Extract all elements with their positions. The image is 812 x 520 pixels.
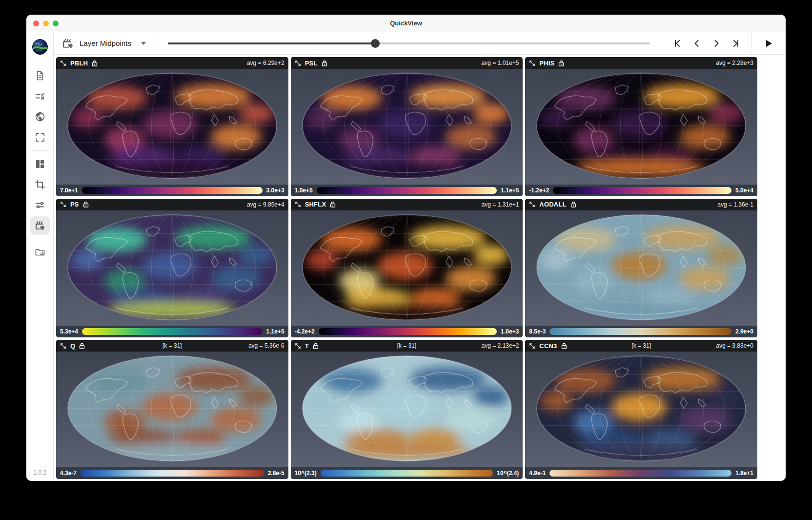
lock-icon[interactable] bbox=[561, 343, 567, 349]
lock-icon[interactable] bbox=[79, 343, 85, 349]
map-canvas[interactable] bbox=[525, 352, 757, 467]
layer-mode-label: Layer Midpoints bbox=[80, 39, 131, 47]
frame-slider[interactable] bbox=[156, 32, 662, 54]
tune-icon bbox=[35, 200, 45, 210]
window-title: QuickView bbox=[26, 15, 786, 32]
map-panel: PBLH avg = 6.29e+2 7.0e+1 3.0e+3 bbox=[56, 57, 288, 196]
map-canvas[interactable] bbox=[56, 69, 288, 185]
expand-panel-icon[interactable] bbox=[295, 60, 301, 66]
panel-colorbar-gradient bbox=[549, 328, 731, 335]
colorbar-max-value: 2.8e-5 bbox=[268, 470, 284, 477]
lock-icon[interactable] bbox=[558, 60, 564, 66]
colorbar-min-value: -4.2e+2 bbox=[295, 328, 315, 335]
panel-header: PSL avg = 1.01e+5 bbox=[291, 57, 523, 69]
lock-icon[interactable] bbox=[570, 201, 576, 208]
expand-panel-icon[interactable] bbox=[529, 201, 535, 208]
expand-panel-icon[interactable] bbox=[60, 343, 66, 349]
sidebar-item-file-document[interactable] bbox=[30, 66, 50, 85]
skip-to-start-button[interactable] bbox=[669, 35, 686, 52]
map-panel: PS avg = 9.85e+4 5.3e+4 1.1e+5 bbox=[56, 199, 288, 338]
skip-to-end-button[interactable] bbox=[728, 35, 744, 52]
map-canvas[interactable] bbox=[525, 69, 757, 185]
panel-colorbar-gradient bbox=[549, 470, 731, 477]
panel-colorbar: 5.3e+4 1.1e+5 bbox=[56, 326, 288, 337]
sidebar-item-crop[interactable] bbox=[30, 175, 50, 194]
panel-title: PSL bbox=[305, 60, 318, 67]
map-canvas[interactable] bbox=[291, 210, 523, 326]
panel-colorbar: 10^(2.3) 10^(2.4) bbox=[291, 467, 523, 479]
panel-title: CCN3 bbox=[539, 342, 557, 350]
expand-panel-icon[interactable] bbox=[295, 343, 301, 349]
panel-colorbar-gradient bbox=[81, 470, 264, 477]
sidebar-divider bbox=[31, 150, 49, 151]
map-panel: PHIS avg = 2.28e+3 -1.2e+2 5.0e+4 bbox=[525, 57, 757, 196]
layer-mode-dropdown[interactable]: Layer Midpoints bbox=[54, 32, 156, 54]
expand-panel-icon[interactable] bbox=[529, 60, 535, 66]
sidebar-item-tune[interactable] bbox=[30, 196, 50, 214]
panel-level-label: [k = 31] bbox=[397, 342, 417, 349]
panel-level-label: [k = 31] bbox=[162, 342, 182, 349]
panel-average-value: avg = 1.01e+5 bbox=[482, 60, 519, 66]
next-frame-button[interactable] bbox=[708, 35, 725, 52]
lock-icon[interactable] bbox=[83, 201, 89, 208]
lock-icon[interactable] bbox=[322, 60, 327, 66]
skip-to-start-icon bbox=[672, 39, 682, 48]
sidebar-item-fullscreen[interactable] bbox=[30, 128, 50, 146]
panel-colorbar: -4.2e+2 1.0e+3 bbox=[291, 326, 523, 337]
sidebar-item-layout-dashboard[interactable] bbox=[30, 155, 50, 173]
map-canvas[interactable] bbox=[525, 210, 757, 326]
expand-panel-icon[interactable] bbox=[529, 343, 535, 349]
panel-average-value: avg = 1.36e-1 bbox=[717, 201, 753, 208]
panel-colorbar-gradient bbox=[317, 187, 497, 194]
app-version: 1.0.2 bbox=[33, 469, 46, 476]
panel-average-value: avg = 9.85e+4 bbox=[247, 201, 284, 208]
panel-title: T bbox=[305, 342, 309, 350]
animation-settings-icon bbox=[62, 38, 74, 49]
map-panel: PSL avg = 1.01e+5 1.0e+5 1.1e+5 bbox=[291, 57, 523, 196]
colorbar-max-value: 10^(2.4) bbox=[497, 470, 519, 477]
earth-logo bbox=[32, 39, 48, 55]
panel-colorbar-gradient bbox=[553, 187, 731, 194]
sidebar-item-checklist[interactable] bbox=[30, 87, 50, 105]
lock-icon[interactable] bbox=[92, 60, 98, 66]
app-window: QuickView bbox=[26, 15, 786, 481]
slider-thumb[interactable] bbox=[371, 39, 380, 48]
map-canvas[interactable] bbox=[56, 352, 288, 467]
panel-title: AODALL bbox=[539, 201, 566, 208]
panel-header: PBLH avg = 6.29e+2 bbox=[56, 57, 288, 69]
sidebar-item-globe[interactable] bbox=[30, 107, 50, 126]
panel-header: PHIS avg = 2.28e+3 bbox=[525, 57, 757, 69]
map-panel: AODALL avg = 1.36e-1 8.5e-3 2.9e+0 bbox=[525, 199, 757, 338]
sidebar-item-folder-sync[interactable] bbox=[30, 243, 50, 262]
expand-panel-icon[interactable] bbox=[60, 201, 66, 208]
panel-colorbar: 1.0e+5 1.1e+5 bbox=[291, 185, 523, 196]
map-canvas[interactable] bbox=[56, 210, 288, 326]
expand-panel-icon[interactable] bbox=[60, 60, 66, 66]
slider-track[interactable] bbox=[168, 42, 650, 44]
expand-panel-icon[interactable] bbox=[295, 201, 301, 208]
chevron-down-icon bbox=[141, 42, 146, 45]
colorbar-min-value: 10^(2.3) bbox=[295, 470, 317, 477]
panel-average-value: avg = 2.28e+3 bbox=[716, 60, 753, 66]
colorbar-min-value: 4.3e-7 bbox=[60, 470, 77, 477]
panel-average-value: avg = 6.29e+2 bbox=[247, 60, 284, 66]
lock-icon[interactable] bbox=[313, 343, 319, 349]
sidebar-item-animation-settings[interactable] bbox=[30, 216, 50, 235]
panel-header: Q [k = 31] avg = 5.36e-6 bbox=[56, 340, 288, 352]
map-panel: Q [k = 31] avg = 5.36e-6 4.3e-7 2.8e-5 bbox=[56, 340, 288, 479]
chevron-left-icon bbox=[692, 39, 702, 48]
play-button[interactable] bbox=[760, 35, 777, 52]
previous-frame-button[interactable] bbox=[689, 35, 705, 52]
globe-icon bbox=[35, 111, 45, 122]
map-canvas[interactable] bbox=[291, 352, 523, 467]
map-canvas[interactable] bbox=[291, 69, 523, 185]
title-bar: QuickView bbox=[26, 15, 786, 32]
colorbar-max-value: 1.8e+1 bbox=[735, 470, 753, 477]
colorbar-min-value: 4.9e-1 bbox=[529, 470, 546, 477]
panel-title: SHFLX bbox=[305, 201, 326, 208]
panel-colorbar-gradient bbox=[82, 328, 263, 335]
panel-colorbar: 4.3e-7 2.8e-5 bbox=[56, 467, 288, 479]
panel-title: PHIS bbox=[539, 60, 554, 67]
lock-icon[interactable] bbox=[330, 201, 336, 208]
main-content: PBLH avg = 6.29e+2 7.0e+1 3.0e+3 bbox=[54, 55, 786, 481]
